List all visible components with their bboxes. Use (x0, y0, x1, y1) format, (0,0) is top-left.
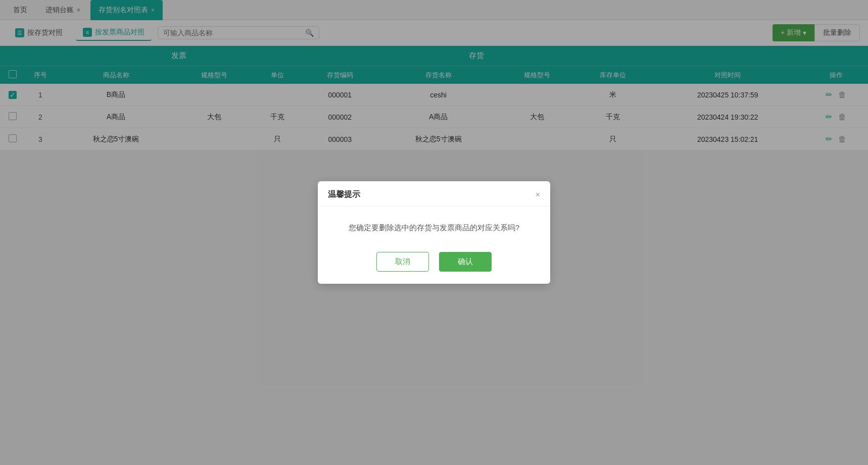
overlay: 温馨提示 × 您确定要删除选中的存货与发票商品的对应关系吗? 取消 确认 (0, 0, 868, 150)
